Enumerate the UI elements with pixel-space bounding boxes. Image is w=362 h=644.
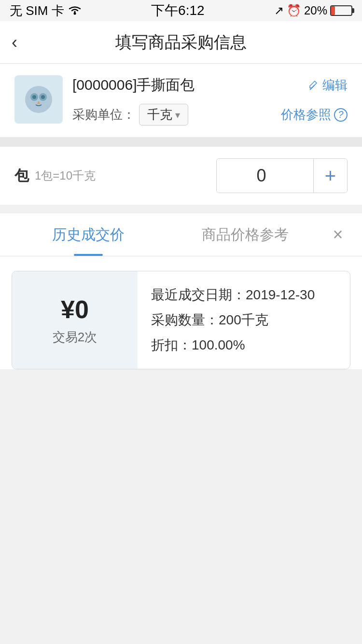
discount-value: 100.00% <box>192 337 245 352</box>
empty-area <box>0 384 362 644</box>
section-divider <box>0 137 362 147</box>
price-card-right: 最近成交日期：2019-12-30 采购数量：200千克 折扣：100.00% <box>138 271 350 369</box>
date-label: 最近成交日期： <box>151 287 246 302</box>
tab-close-button[interactable]: × <box>323 213 352 256</box>
price-amount: ¥0 <box>61 295 89 324</box>
quantity-input[interactable] <box>217 159 313 193</box>
battery-percent: 20% <box>304 4 327 17</box>
product-card: [0000006]手撕面包 编辑 采购单位： 千克 ▾ <box>0 64 362 137</box>
unit-value: 千克 <box>147 106 172 123</box>
svg-point-1 <box>25 86 52 113</box>
location-icon: ↗ <box>274 4 284 17</box>
status-bar: 无 SIM 卡 下午6:12 ↗ ⏰ 20% <box>0 0 362 21</box>
svg-marker-8 <box>310 81 317 88</box>
price-card: ¥0 交易2次 最近成交日期：2019-12-30 采购数量：200千克 折扣：… <box>12 271 350 369</box>
price-reference-button[interactable]: 价格参照 ? <box>281 106 348 123</box>
price-detail-date: 最近成交日期：2019-12-30 <box>151 286 336 304</box>
svg-point-4 <box>32 95 36 99</box>
info-icon: ? <box>334 108 348 122</box>
discount-label: 折扣： <box>151 337 192 352</box>
price-ref-label: 价格参照 <box>281 106 331 123</box>
status-right: ↗ ⏰ 20% <box>274 4 352 17</box>
date-value: 2019-12-30 <box>246 287 315 302</box>
edit-label: 编辑 <box>322 77 348 94</box>
qty-value: 200千克 <box>219 312 268 327</box>
qty-label: 采购数量： <box>151 312 219 327</box>
status-left: 无 SIM 卡 <box>10 2 82 19</box>
chevron-down-icon: ▾ <box>175 109 180 121</box>
nav-bar: ‹ 填写商品采购信息 <box>0 21 362 64</box>
product-unit-row: 采购单位： 千克 ▾ 价格参照 ? <box>72 104 348 126</box>
product-info: [0000006]手撕面包 编辑 采购单位： 千克 ▾ <box>72 75 348 126</box>
qty-unit-badge: 包 <box>14 166 29 186</box>
wifi-icon <box>68 3 82 18</box>
tab-product-price-ref[interactable]: 商品价格参考 <box>167 213 323 256</box>
product-name: [0000006]手撕面包 <box>72 75 195 95</box>
qty-unit-info: 包 1包=10千克 <box>14 166 96 186</box>
currency-symbol: ¥ <box>61 295 75 323</box>
carrier-text: 无 SIM 卡 <box>10 2 64 19</box>
tab-active-underline <box>74 254 103 256</box>
back-button[interactable]: ‹ <box>12 32 17 53</box>
unit-select[interactable]: 千克 ▾ <box>139 104 188 126</box>
page-title: 填写商品采购信息 <box>115 31 247 54</box>
alarm-icon: ⏰ <box>287 4 301 17</box>
svg-point-5 <box>41 95 45 99</box>
unit-label: 采购单位： <box>72 106 135 123</box>
price-detail-qty: 采购数量：200千克 <box>151 311 336 329</box>
tab-history-price-label: 历史成交价 <box>52 225 125 245</box>
product-row: [0000006]手撕面包 编辑 采购单位： 千克 ▾ <box>14 75 348 126</box>
product-thumbnail <box>14 75 63 124</box>
price-detail-discount: 折扣：100.00% <box>151 336 336 354</box>
status-time: 下午6:12 <box>151 1 205 20</box>
quantity-row: 包 1包=10千克 + <box>0 147 362 205</box>
bottom-panel: 历史成交价 商品价格参考 × ¥0 交易2次 最近成交日期：2019-12-30… <box>0 213 362 369</box>
qty-plus-button[interactable]: + <box>313 159 347 193</box>
tab-history-price[interactable]: 历史成交价 <box>10 213 167 256</box>
unit-section: 采购单位： 千克 ▾ <box>72 104 188 126</box>
tabs-row: 历史成交价 商品价格参考 × <box>0 213 362 256</box>
edit-button[interactable]: 编辑 <box>308 77 348 94</box>
tab-product-price-ref-label: 商品价格参考 <box>202 225 289 245</box>
price-value: 0 <box>75 295 89 323</box>
price-transactions: 交易2次 <box>53 329 97 346</box>
qty-unit-sub: 1包=10千克 <box>35 168 96 183</box>
battery-icon <box>330 5 352 16</box>
price-card-left: ¥0 交易2次 <box>12 271 138 369</box>
product-header: [0000006]手撕面包 编辑 <box>72 75 348 95</box>
svg-point-0 <box>73 12 76 14</box>
qty-input-group: + <box>216 158 348 193</box>
